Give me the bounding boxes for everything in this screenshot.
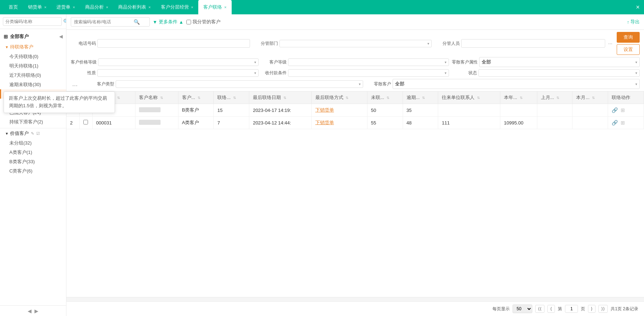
edit-icon[interactable]: ✎ (31, 131, 34, 136)
nav-purchase-close[interactable]: × (73, 5, 75, 9)
dept-select[interactable]: ▾ (279, 40, 432, 47)
page-unit: 页 (581, 306, 585, 312)
ext-filter-row-3: 性质 ▾ 收付款条件 ▾ 状态 (71, 69, 640, 77)
page-input[interactable] (565, 305, 578, 313)
row2-checkbox-cell[interactable] (79, 117, 92, 129)
search-box: 🔍 (71, 17, 150, 27)
col-uncontact[interactable]: 未联... ⇅ (367, 91, 403, 104)
nav-product-analysis-close[interactable]: × (106, 5, 108, 9)
sort-icon-thismonth: ⇅ (592, 96, 595, 100)
filter-field-person: 分管人员 ··· (435, 39, 614, 48)
nav-customer-tier-close[interactable]: × (191, 5, 193, 9)
sidebar-item-7days[interactable]: 近7天待联络(0) (0, 71, 66, 80)
row1-grid-icon[interactable]: ⊞ (621, 107, 625, 113)
person-more-btn[interactable]: ··· (607, 41, 614, 46)
collapse-sidebar-btn[interactable]: ◀ (59, 34, 62, 39)
cust-level-select[interactable]: ▾ (288, 58, 449, 66)
nav-sale-close[interactable]: × (44, 5, 46, 9)
row1-contact-person (438, 104, 500, 117)
tree-root-all-customers[interactable]: ⊞ 全部客户 ◀ (0, 31, 66, 42)
status-select[interactable]: ▾ (478, 69, 640, 77)
sidebar-item-class-a[interactable]: A类客户(1) (0, 148, 66, 157)
row4-more-btn[interactable]: ... (71, 80, 79, 88)
nav-customer-contact[interactable]: 客户联络 × (198, 0, 231, 14)
search-input[interactable] (74, 19, 131, 24)
nav-customer-contact-close[interactable]: × (224, 5, 226, 9)
query-button[interactable]: 查询 (617, 32, 640, 43)
col-last-contact-way[interactable]: 最后联络方式 ⇅ (311, 91, 367, 104)
last-page-btn[interactable]: ⟩⟩ (598, 305, 608, 313)
scattered-arrow: ▾ (635, 82, 637, 86)
prev-page-btn[interactable]: ⟨ (547, 305, 555, 313)
sidebar-next-btn[interactable]: ▶ (34, 308, 38, 314)
more-conditions-btn[interactable]: ▼ 更多条件 ▲ (153, 19, 184, 25)
col-last-contact-date[interactable]: 最后联络日期 ⇅ (249, 91, 312, 104)
row2-this-year: 10995.00 (500, 117, 537, 129)
table-horizontal-scrollbar[interactable] (66, 297, 644, 301)
sidebar-item-today[interactable]: 今天待联络(0) (0, 52, 66, 61)
export-btn[interactable]: ↑ 导出 (627, 19, 640, 25)
window-close[interactable]: × (636, 4, 640, 11)
col-this-month[interactable]: 本月... ⇅ (573, 91, 608, 104)
nav-home[interactable]: 首页 (4, 0, 23, 14)
tree-section-value-customer[interactable]: ▼ 价值客户 ✎ ☑ (0, 128, 66, 138)
phone-input[interactable] (97, 39, 250, 48)
my-customer-checkbox[interactable] (186, 20, 191, 24)
sidebar-search-icon[interactable]: 🔍 (63, 19, 66, 24)
row2-checkbox[interactable] (83, 120, 88, 124)
row2-grid-icon[interactable]: ⊞ (621, 120, 625, 126)
row2-code: 000031 (92, 117, 135, 129)
row2-link-icon[interactable]: 🔗 (612, 120, 618, 126)
row2-name (135, 117, 179, 129)
row1-last-month (537, 104, 573, 117)
nav-product-analysis[interactable]: 商品分析 × (80, 0, 113, 14)
col-this-year[interactable]: 本年... ⇅ (500, 91, 537, 104)
scattered-attr-arrow: ▾ (635, 60, 637, 64)
arrow-down-icon: ▼ (5, 45, 9, 49)
export-icon: ↑ (627, 19, 630, 25)
arrow-down-icon2: ▼ (5, 132, 9, 136)
row1-last-way[interactable]: 下销货单 (311, 104, 367, 117)
sidebar-search-input[interactable] (3, 17, 62, 26)
row1-link-icon[interactable]: 🔗 (612, 107, 618, 113)
col-contact-person[interactable]: 往来单位联系人 ⇅ (438, 91, 500, 104)
sidebar-item-declining[interactable]: 持续下滑客户(2) (0, 117, 66, 127)
sidebar-item-class-b[interactable]: B类客户(33) (0, 157, 66, 166)
col-overdue[interactable]: 逾期... ⇅ (403, 91, 438, 104)
col-contact-count[interactable]: 联络... ⇅ (214, 91, 249, 104)
total-label: 共1页 2条记录 (611, 306, 638, 312)
check-icon[interactable]: ☑ (36, 131, 40, 136)
col-name[interactable]: 客户名称 ⇅ (135, 91, 179, 104)
sidebar-item-tomorrow[interactable]: 明天待联络(1) (0, 61, 66, 71)
nature-select[interactable]: ▾ (97, 69, 259, 77)
scattered-attr-select[interactable]: 全部 ▾ (479, 57, 640, 67)
row2-last-way[interactable]: 下销货单 (311, 117, 367, 129)
col-cust-type[interactable]: 客户... ⇅ (178, 91, 214, 104)
first-page-btn[interactable]: ⟨⟨ (535, 305, 545, 313)
col-actions: 联络动作 (608, 91, 644, 104)
sidebar-item-overdue[interactable]: 逾期未联络(30) (0, 80, 66, 89)
person-input[interactable] (461, 39, 605, 48)
price-level-select[interactable]: ▾ (98, 58, 259, 66)
nav-product-analysis-list[interactable]: 商品分析列表 × (113, 0, 156, 14)
filter-field-payment: 收付款条件 ▾ (261, 69, 449, 77)
col-last-month[interactable]: 上月... ⇅ (537, 91, 573, 104)
nav-sale[interactable]: 销货单 × (23, 0, 51, 14)
row1-action-group: 🔗 ⊞ (612, 107, 640, 113)
row1-overdue: 35 (403, 104, 438, 117)
payment-select[interactable]: ▾ (288, 69, 449, 77)
nav-purchase[interactable]: 进货单 × (51, 0, 80, 14)
sort-icon-contact: ⇅ (233, 96, 236, 100)
set-button[interactable]: 设置 (617, 44, 640, 55)
tree-section-pending-contact[interactable]: ▼ 待联络客户 (0, 42, 66, 52)
sidebar-item-ungroup[interactable]: 未分组(32) (0, 138, 66, 148)
next-page-btn[interactable]: ⟩ (588, 305, 596, 313)
search-btn-icon[interactable]: 🔍 (134, 19, 140, 25)
per-page-select[interactable]: 50 100 200 (513, 305, 532, 313)
sidebar-prev-btn[interactable]: ◀ (28, 308, 32, 314)
nav-customer-tier[interactable]: 客户分层经营 × (156, 0, 198, 14)
nav-product-analysis-list-close[interactable]: × (148, 5, 150, 9)
cust-type-select[interactable]: ▾ (116, 80, 363, 88)
scattered-select[interactable]: 全部 ▾ (393, 79, 640, 89)
sidebar-item-class-c[interactable]: C类客户(6) (0, 166, 66, 176)
